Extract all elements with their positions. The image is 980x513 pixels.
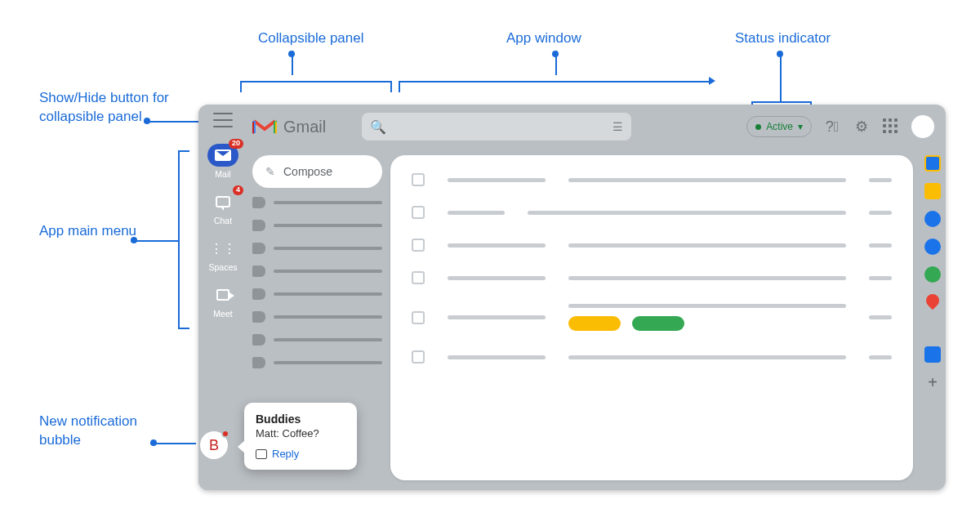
rail-item-spaces[interactable]: ⋮⋮ Spaces xyxy=(198,237,247,272)
callout-notification-bubble: New notification bubble xyxy=(39,413,162,450)
checkbox[interactable] xyxy=(412,239,425,252)
spaces-icon: ⋮⋮ xyxy=(207,237,238,260)
sidebar-placeholder-row[interactable] xyxy=(252,355,382,371)
callout-status-indicator: Status indicator xyxy=(735,29,831,48)
avatar[interactable] xyxy=(911,115,934,138)
meet-icon xyxy=(207,283,238,306)
rail-item-chat[interactable]: 4 Chat xyxy=(198,190,247,225)
search-icon: 🔍 xyxy=(370,119,386,135)
gmail-m-icon xyxy=(252,118,277,136)
mail-icon: 20 xyxy=(207,144,238,167)
list-item[interactable] xyxy=(412,206,892,219)
label-pill[interactable] xyxy=(568,316,621,331)
leader-dot xyxy=(288,51,295,57)
rail-item-meet[interactable]: Meet xyxy=(198,283,247,319)
leader-line xyxy=(131,240,178,242)
leader-dot xyxy=(144,118,150,124)
side-panel: + xyxy=(920,149,946,490)
sidebar-placeholder-row[interactable] xyxy=(252,309,382,325)
sidebar-placeholder-row[interactable] xyxy=(252,286,382,302)
checkbox[interactable] xyxy=(412,206,425,219)
label-pill[interactable] xyxy=(632,316,684,331)
callout-app-main-menu: App main menu xyxy=(39,222,145,241)
notification-avatar[interactable]: B xyxy=(200,431,228,459)
status-label: Active xyxy=(766,121,793,132)
braced-range-end xyxy=(390,81,392,92)
rail-label: Spaces xyxy=(208,262,237,272)
help-icon[interactable]: ?⃝ xyxy=(823,118,841,136)
rail-label: Mail xyxy=(215,169,230,179)
checkbox[interactable] xyxy=(412,271,425,284)
sidebar-placeholder-row[interactable] xyxy=(252,332,382,348)
search-input[interactable]: 🔍 ☰ xyxy=(362,113,631,141)
leader-line xyxy=(150,443,196,444)
rail-label: Meet xyxy=(213,309,232,319)
notification-message: Matt: Coffee? xyxy=(256,427,345,439)
compose-button[interactable]: ✎ Compose xyxy=(252,155,382,188)
rail-label: Chat xyxy=(214,216,232,225)
leader-dot xyxy=(777,51,783,57)
leader-dot xyxy=(150,439,157,446)
calendar-icon[interactable] xyxy=(924,155,941,172)
notification-bubble: Buddies Matt: Coffee? Reply xyxy=(244,403,357,470)
hamburger-icon[interactable] xyxy=(213,113,233,127)
voice-icon[interactable] xyxy=(924,266,941,283)
app-title: Gmail xyxy=(283,118,326,136)
apps-grid-icon[interactable] xyxy=(882,118,900,136)
reply-icon xyxy=(256,449,267,459)
checkbox[interactable] xyxy=(412,173,425,186)
leader-bracket-top xyxy=(178,150,189,152)
plus-icon[interactable]: + xyxy=(924,374,941,390)
callout-app-window: App window xyxy=(506,29,581,48)
leader-dot xyxy=(131,237,137,243)
maps-icon[interactable] xyxy=(924,292,942,310)
label-pills xyxy=(568,316,846,331)
status-dot-icon xyxy=(755,124,761,130)
braced-range xyxy=(240,81,390,83)
pencil-icon: ✎ xyxy=(265,165,275,178)
tune-icon[interactable]: ☰ xyxy=(612,120,623,133)
arrowhead-icon xyxy=(709,77,715,85)
leader-line xyxy=(780,51,782,101)
sidebar-placeholder-row[interactable] xyxy=(252,194,382,211)
gear-icon[interactable]: ⚙ xyxy=(853,118,871,136)
notification-title: Buddies xyxy=(256,413,345,426)
braced-range xyxy=(751,101,810,103)
checkbox[interactable] xyxy=(412,350,425,364)
list-item[interactable] xyxy=(412,304,892,331)
reply-button[interactable]: Reply xyxy=(256,448,345,460)
badge-count: 20 xyxy=(229,139,243,149)
braced-range-end xyxy=(399,81,400,92)
leader-line xyxy=(144,121,199,123)
list-item[interactable] xyxy=(412,271,892,284)
sidebar-placeholder-row[interactable] xyxy=(252,217,382,234)
gmail-logo[interactable]: Gmail xyxy=(252,118,350,136)
braced-range-end xyxy=(240,81,242,92)
leader-bracket-bottom xyxy=(178,328,189,329)
sidebar-placeholder-row[interactable] xyxy=(252,263,382,279)
leader-bracket xyxy=(178,150,180,328)
list-item[interactable] xyxy=(412,350,892,364)
list-item[interactable] xyxy=(412,173,892,186)
badge-count: 4 xyxy=(233,185,243,195)
keep-icon[interactable] xyxy=(924,183,941,199)
sidebar-placeholder-row[interactable] xyxy=(252,240,382,256)
checkbox[interactable] xyxy=(412,311,425,324)
chat-icon: 4 xyxy=(207,190,238,213)
notification-dot-icon xyxy=(221,430,229,438)
leader-dot xyxy=(552,51,559,57)
compose-label: Compose xyxy=(283,165,332,178)
status-indicator[interactable]: Active ▾ xyxy=(746,116,812,137)
rail-item-mail[interactable]: 20 Mail xyxy=(198,144,247,179)
tasks-icon[interactable] xyxy=(924,211,941,227)
person-add-icon[interactable] xyxy=(924,346,941,363)
callout-collapsible-panel: Collapsible panel xyxy=(258,29,363,48)
contacts-icon[interactable] xyxy=(924,239,941,255)
list-item[interactable] xyxy=(412,239,892,252)
header: Gmail 🔍 ☰ Active ▾ ?⃝ ⚙ xyxy=(247,105,946,149)
message-list xyxy=(390,155,913,480)
avatar-initial: B xyxy=(209,437,219,454)
braced-range xyxy=(399,81,709,83)
reply-label: Reply xyxy=(272,448,299,460)
chevron-down-icon: ▾ xyxy=(798,121,803,132)
